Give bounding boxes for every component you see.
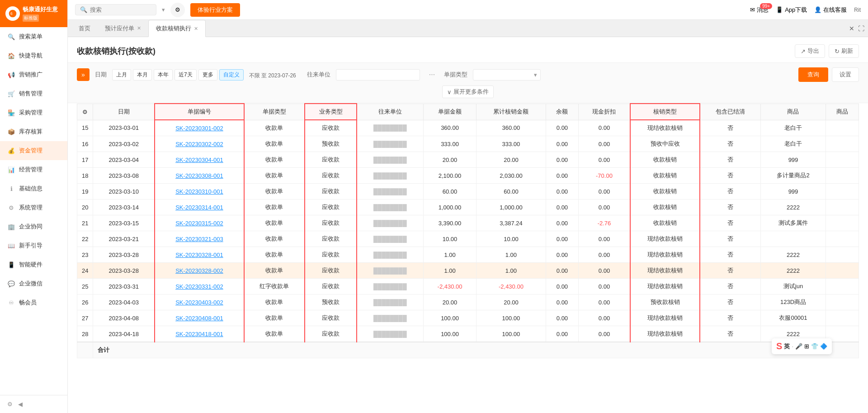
cell-offset-type: 现结收款核销: [630, 231, 700, 247]
date-last-month[interactable]: 上月: [112, 69, 131, 81]
voucher-no-link[interactable]: SK-20230302-002: [175, 141, 223, 147]
cell-partner: ████████: [357, 152, 423, 168]
voucher-no-link[interactable]: SK-20230301-002: [175, 125, 223, 132]
cell-amount: 1,000.00: [423, 199, 476, 215]
voucher-no-link[interactable]: SK-20230403-002: [175, 299, 223, 306]
cell-goods: 衣服00001: [760, 310, 826, 326]
cell-biz-type: 应收款: [305, 184, 357, 199]
more-options-button[interactable]: ···: [425, 71, 439, 79]
th-goods2: 商品: [826, 104, 859, 120]
cell-offset-type: 收款核销: [630, 215, 700, 231]
cell-partner: ████████: [357, 263, 423, 279]
sidebar-item-wechat[interactable]: 💬 企业微信: [0, 274, 67, 293]
date-this-year[interactable]: 本年: [154, 69, 173, 81]
cell-voucher-type: 收款单: [244, 184, 305, 199]
tab-offset-close[interactable]: ✕: [194, 26, 198, 32]
expand-tab-button[interactable]: ⛶: [858, 25, 864, 32]
close-all-tabs-button[interactable]: ✕: [849, 25, 854, 32]
cell-balance: 0.00: [546, 184, 579, 199]
cell-biz-type: 应收款: [305, 279, 357, 294]
sidebar-item-system[interactable]: ⚙ 系统管理: [0, 198, 67, 217]
expand-conditions-button[interactable]: ∨ 展开更多条件: [442, 85, 494, 98]
topbar-chevron-icon[interactable]: ▾: [162, 6, 165, 13]
filter-toggle-button[interactable]: »: [77, 68, 90, 81]
tab-payable[interactable]: 预计应付单 ✕: [98, 20, 148, 37]
cell-biz-type: 应收款: [305, 168, 357, 184]
topbar-gear-button[interactable]: ⚙: [170, 3, 185, 17]
cell-goods2: [826, 279, 859, 294]
money-icon: 💰: [7, 147, 15, 155]
sidebar-item-sales[interactable]: 🛒 销售管理: [0, 84, 67, 103]
cell-voucher-no: SK-20230408-001: [155, 310, 244, 326]
sidebar-item-member[interactable]: ♾ 畅会员: [0, 293, 67, 312]
sidebar-item-guide[interactable]: 📖 新手引导: [0, 236, 67, 255]
sidebar-item-search[interactable]: 🔍 搜索菜单: [0, 27, 67, 46]
cell-voucher-type: 收款单: [244, 326, 305, 342]
voucher-no-link[interactable]: SK-20230310-001: [175, 188, 223, 195]
cell-cum-offset: 3,387.24: [476, 215, 546, 231]
topbar-search-input[interactable]: [90, 6, 151, 13]
cell-offset-type: 现结收款核销: [630, 247, 700, 263]
cell-cash-discount: 0.00: [579, 152, 630, 168]
cell-goods: 123D商品: [760, 294, 826, 310]
voucher-no-link[interactable]: SK-20230321-003: [175, 236, 223, 242]
sidebar-item-purchase[interactable]: 🏪 采购管理: [0, 103, 67, 122]
voucher-no-link[interactable]: SK-20230418-001: [175, 331, 223, 337]
th-goods: 商品: [760, 104, 826, 120]
voucher-no-link[interactable]: SK-20230308-001: [175, 172, 223, 179]
cell-amount: 3,390.00: [423, 215, 476, 231]
refresh-button[interactable]: ↻ 刷新: [829, 44, 859, 58]
voucher-no-link[interactable]: SK-20230315-002: [175, 220, 223, 227]
sidebar-item-operations[interactable]: 📊 经营管理: [0, 160, 67, 179]
cell-amount: 10.00: [423, 231, 476, 247]
sidebar-item-marketing[interactable]: 📢 营销推广: [0, 65, 67, 84]
sidebar-item-base-info[interactable]: ℹ 基础信息: [0, 179, 67, 198]
cell-voucher-type: 收款单: [244, 231, 305, 247]
sidebar-collapse-icon[interactable]: ◀: [18, 401, 23, 408]
voucher-no-link[interactable]: SK-20230328-002: [175, 267, 223, 274]
app-download-button[interactable]: 📱 App下载: [776, 6, 807, 14]
th-date: 日期: [93, 104, 155, 120]
voucher-no-link[interactable]: SK-20230304-001: [175, 157, 223, 163]
table-row: 27 2023-04-08 SK-20230408-001 收款单 应收款 ██…: [77, 310, 859, 326]
cell-date: 2023-03-28: [93, 247, 155, 263]
sidebar-item-hardware[interactable]: 📱 智能硬件: [0, 255, 67, 274]
messages-button[interactable]: ✉ 消息 99+: [750, 6, 769, 14]
date-custom[interactable]: 自定义: [219, 69, 244, 81]
page-content: 收款核销执行(按收款) ↗ 导出 ↻ 刷新 » 日期 上月: [68, 37, 868, 413]
page-header: 收款核销执行(按收款) ↗ 导出 ↻ 刷新: [68, 37, 868, 63]
export-button[interactable]: ↗ 导出: [795, 44, 825, 58]
cell-offset-type: 现结收款核销: [630, 310, 700, 326]
filter-settings-button[interactable]: 设置: [832, 67, 859, 82]
tab-offset[interactable]: 收款核销执行 ✕: [148, 20, 206, 37]
cell-include-settled: 否: [700, 326, 760, 342]
date-7days[interactable]: 近7天: [175, 69, 197, 81]
voucher-no-link[interactable]: SK-20230408-001: [175, 315, 223, 322]
voucher-no-link[interactable]: SK-20230328-001: [175, 252, 223, 258]
sidebar-item-quicknav[interactable]: 🏠 快捷导航: [0, 46, 67, 65]
voucher-type-select[interactable]: [473, 69, 541, 81]
th-gear[interactable]: ⚙: [77, 104, 93, 120]
date-more[interactable]: 更多: [198, 69, 217, 81]
sidebar-item-finance[interactable]: 💰 资金管理: [0, 141, 67, 160]
solution-button[interactable]: 体验行业方案: [190, 3, 240, 17]
partner-filter-input[interactable]: [336, 69, 420, 81]
tab-home[interactable]: 首页: [71, 20, 98, 37]
main-area: 🔍 ▾ ⚙ 体验行业方案 ✉ 消息 99+ 📱 App下载 👤 在线客服 Rit: [68, 0, 868, 413]
online-service-button[interactable]: 👤 在线客服: [814, 6, 847, 14]
sidebar-item-inventory[interactable]: 📦 库存核算: [0, 122, 67, 141]
voucher-no-link[interactable]: SK-20230331-002: [175, 283, 223, 290]
table-row: 23 2023-03-28 SK-20230328-001 收款单 应收款 ██…: [77, 247, 859, 263]
query-button[interactable]: 查询: [798, 67, 828, 82]
tab-actions: ✕ ⛶: [849, 25, 864, 32]
cell-offset-type: 预收款核销: [630, 294, 700, 310]
sidebar-item-collab[interactable]: 🏢 企业协同: [0, 217, 67, 236]
date-this-month[interactable]: 本月: [133, 69, 152, 81]
voucher-no-link[interactable]: SK-20230314-001: [175, 204, 223, 211]
cell-voucher-type: 收款单: [244, 247, 305, 263]
cell-voucher-no: SK-20230314-001: [155, 199, 244, 215]
cell-id: 16: [77, 136, 93, 152]
topbar-search[interactable]: 🔍: [75, 4, 156, 15]
sidebar-settings-icon[interactable]: ⚙: [7, 401, 13, 408]
tab-payable-close[interactable]: ✕: [137, 25, 141, 31]
